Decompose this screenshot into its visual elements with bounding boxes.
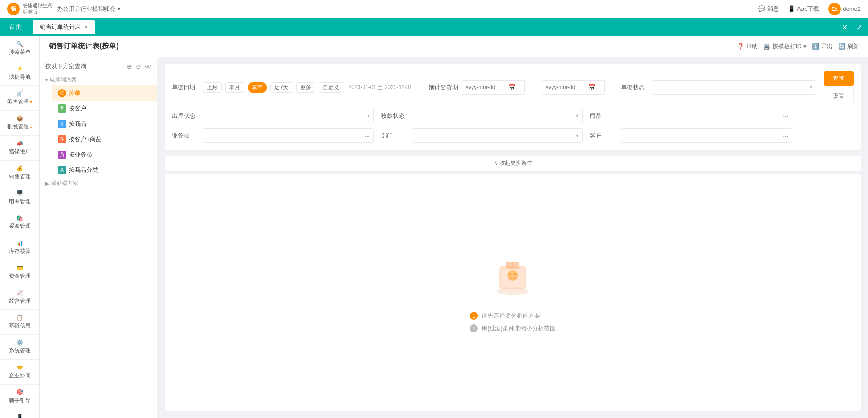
expand-icon2: ▴ <box>30 124 32 129</box>
sidebar-item-retail[interactable]: 🛒 零售管理 ▾ <box>0 86 39 111</box>
app-download-button[interactable]: 📱 App下载 <box>788 5 819 13</box>
settings-scheme-button[interactable]: ⊙ <box>136 63 141 70</box>
date-btn-7days[interactable]: 近7天 <box>270 82 292 93</box>
refresh-button[interactable]: 🔄 刷新 <box>838 43 859 51</box>
sidebar: 🔍 搜索菜单 ⚡ 快捷导航 🛒 零售管理 ▾ 📦 批发管理 ▴ 📣 营销推广 <box>0 36 40 418</box>
tree-item-by-order[interactable]: 按 按单 <box>52 86 157 101</box>
company-selector[interactable]: 办公用品行业模拟账套 ▾ <box>57 5 121 13</box>
date-btn-this-year[interactable]: 本年 <box>248 82 267 93</box>
sidebar-item-purchase[interactable]: 🛍️ 采购管理 <box>0 210 39 235</box>
goods-input[interactable]: ··· <box>621 109 792 123</box>
collapse-panel-button[interactable]: ≪ <box>145 63 151 70</box>
window-expand-icon[interactable]: ⤢ <box>854 22 864 33</box>
inventory-icon: 📊 <box>16 240 23 246</box>
tab-close-icon[interactable]: × <box>85 24 88 30</box>
tree-child-pc: 按 按单 客 按客户 货 按商品 客 按客户+商品 <box>40 86 157 178</box>
logo-text: 畅捷通好生意 标准版 <box>23 3 52 14</box>
expected-date-end[interactable]: 📅 <box>542 80 605 95</box>
calendar-end-icon: 📅 <box>588 84 596 91</box>
collapse-icon: ∧ <box>494 160 498 166</box>
add-scheme-button[interactable]: ⊕ <box>127 63 132 70</box>
empty-steps: 1 请先选择要分析的方案 2 用[过滤]条件来缩小分析范围 <box>470 312 555 337</box>
sidebar-item-inventory[interactable]: 📊 库存核算 <box>0 235 39 260</box>
page-header: 销售订单统计表(按单) ❓ 帮助 🖨️ 按模板打印 ▾ ⬇️ 导出 🔄 刷新 <box>40 36 868 57</box>
sidebar-item-search[interactable]: 🔍 搜索菜单 <box>0 36 39 61</box>
inner-layout: 按以下方案查询 ⊕ ⊙ ≪ ▾ 电脑端方案 按 按单 <box>40 57 868 418</box>
main-layout: 🔍 搜索菜单 ⚡ 快捷导航 🛒 零售管理 ▾ 📦 批发管理 ▴ 📣 营销推广 <box>0 36 868 418</box>
sidebar-item-finance[interactable]: 💳 资金管理 <box>0 260 39 285</box>
settings-button[interactable]: 设置 <box>824 89 854 103</box>
status-select[interactable]: ▾ <box>652 80 816 95</box>
dept-label: 部门 <box>381 132 408 140</box>
print-icon: 🖨️ <box>763 43 770 50</box>
goods-more-icon[interactable]: ··· <box>783 113 788 119</box>
sidebar-item-system[interactable]: ⚙️ 系统管理 <box>0 335 39 360</box>
tree-item-by-category[interactable]: 类 按商品分类 <box>52 162 157 178</box>
left-panel-header: 按以下方案查询 ⊕ ⊙ ≪ <box>40 62 157 74</box>
query-button[interactable]: 查询 <box>824 71 854 86</box>
help-button[interactable]: ❓ 帮助 <box>737 43 758 51</box>
sidebar-item-enterprise[interactable]: 🤝 企业协同 <box>0 360 39 385</box>
tab-sales-stats[interactable]: 销售订单统计表 × <box>33 20 95 34</box>
collapse-bar[interactable]: ∧ 收起更多条件 <box>165 156 861 171</box>
sidebar-item-newbie[interactable]: 🎯 新手引导 <box>0 385 39 409</box>
date-btn-this-month[interactable]: 本月 <box>225 82 244 93</box>
staff-group: 业务员 ··· <box>172 128 374 143</box>
expected-date-start[interactable]: 📅 <box>462 80 525 95</box>
tree-item-by-goods[interactable]: 货 按商品 <box>52 116 157 132</box>
tab-home[interactable]: 首页 <box>0 18 31 36</box>
sidebar-item-sales[interactable]: 💰 销售管理 <box>0 161 39 185</box>
filter-bar: 单据日期 上月 本月 本年 近7天 更多 自定义 2023-01-01 至 20… <box>165 64 861 150</box>
filter-row-3: 业务员 ··· 部门 ▾ <box>172 128 854 143</box>
staff-more-icon[interactable]: ··· <box>365 133 370 139</box>
customer-more-icon[interactable]: ··· <box>783 133 788 139</box>
export-button[interactable]: ⬇️ 导出 <box>812 43 833 51</box>
tree-item-by-customer-goods[interactable]: 客 按客户+商品 <box>52 132 157 147</box>
window-close-icon[interactable]: ✕ <box>839 22 850 33</box>
right-panel: 单据日期 上月 本月 本年 近7天 更多 自定义 2023-01-01 至 20… <box>157 57 868 418</box>
step-2-number: 2 <box>470 324 478 332</box>
sidebar-item-quicknav[interactable]: ⚡ 快捷导航 <box>0 61 39 86</box>
step-1-number: 1 <box>470 312 478 320</box>
date-btn-last-month[interactable]: 上月 <box>203 82 222 93</box>
staff-input[interactable]: ··· <box>203 128 374 143</box>
sidebar-item-marketing[interactable]: 📣 营销推广 <box>0 136 39 161</box>
tree-item-by-customer[interactable]: 客 按客户 <box>52 101 157 116</box>
message-button[interactable]: 💬 消息 <box>758 5 779 13</box>
status-dropdown-icon: ▾ <box>810 84 812 90</box>
sidebar-item-appcenter[interactable]: 📱 应用中心 <box>0 409 39 418</box>
left-panel-actions: ⊕ ⊙ ≪ <box>127 63 151 70</box>
calendar-start-icon: 📅 <box>508 84 516 91</box>
date-start-input[interactable] <box>466 84 506 90</box>
svg-point-4 <box>509 273 511 275</box>
goods-label: 商品 <box>590 112 617 120</box>
avatar: Ea <box>828 3 841 15</box>
delivery-select[interactable]: ▾ <box>203 109 374 123</box>
nav-icon: ⚡ <box>16 66 23 72</box>
sidebar-item-basic[interactable]: 📋 基础信息 <box>0 310 39 335</box>
svg-point-5 <box>514 273 516 275</box>
tree-section-pc[interactable]: ▾ 电脑端方案 <box>40 74 157 86</box>
by-customer-icon: 客 <box>58 104 66 113</box>
sidebar-item-wholesale[interactable]: 📦 批发管理 ▴ <box>0 111 39 136</box>
by-category-icon: 类 <box>58 166 66 174</box>
payment-select[interactable]: ▾ <box>412 109 583 123</box>
payment-group: 收款状态 ▾ <box>381 109 583 123</box>
print-button[interactable]: 🖨️ 按模板打印 ▾ <box>763 43 807 51</box>
download-icon: 📱 <box>788 5 795 12</box>
customer-input[interactable]: ··· <box>621 128 792 143</box>
date-btn-more[interactable]: 更多 <box>296 82 315 93</box>
content-area: 销售订单统计表(按单) ❓ 帮助 🖨️ 按模板打印 ▾ ⬇️ 导出 🔄 刷新 <box>40 36 868 418</box>
sidebar-item-operations[interactable]: 📈 经营管理 <box>0 285 39 310</box>
dept-select[interactable]: ▾ <box>412 128 583 143</box>
tree-item-by-staff[interactable]: 员 按业务员 <box>52 147 157 162</box>
sidebar-item-ecommerce[interactable]: 🖥️ 电商管理 <box>0 185 39 210</box>
date-end-input[interactable] <box>546 84 586 90</box>
empty-state: 1 请先选择要分析的方案 2 用[过滤]条件来缩小分析范围 <box>165 174 861 411</box>
top-bar: 畅 畅捷通好生意 标准版 办公用品行业模拟账套 ▾ 💬 消息 📱 App下载 E… <box>0 0 868 18</box>
system-icon: ⚙️ <box>16 339 23 346</box>
date-filter-group: 单据日期 上月 本月 本年 近7天 更多 自定义 2023-01-01 至 20… <box>172 82 412 93</box>
date-btn-custom[interactable]: 自定义 <box>319 82 343 93</box>
user-profile[interactable]: Ea demo2 <box>828 3 861 15</box>
tree-section-mobile[interactable]: ▶ 移动端方案 <box>40 178 157 189</box>
